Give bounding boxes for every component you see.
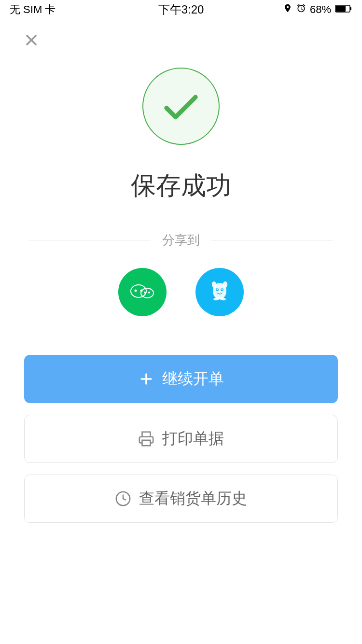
print-label: 打印单据	[162, 428, 224, 449]
continue-button[interactable]: 继续开单	[24, 355, 338, 403]
share-divider: 分享到	[0, 232, 362, 249]
no-sim-label: 无 SIM 卡	[10, 2, 56, 17]
divider-line-right	[211, 240, 333, 240]
qq-share-button[interactable]	[195, 268, 244, 316]
main-content: 保存成功 分享到	[0, 19, 362, 644]
svg-rect-1	[350, 7, 351, 10]
success-title: 保存成功	[131, 169, 231, 203]
history-label: 查看销货单历史	[139, 488, 247, 509]
status-bar: 无 SIM 卡 下午3:20 68%	[0, 0, 362, 19]
action-buttons: 继续开单 打印单据 查看销货单历史	[0, 355, 362, 523]
close-button[interactable]	[19, 28, 43, 52]
svg-point-9	[144, 292, 146, 294]
share-label: 分享到	[151, 232, 211, 249]
svg-point-5	[131, 285, 146, 297]
svg-point-7	[135, 290, 137, 292]
svg-rect-2	[336, 6, 346, 12]
divider-line-left	[29, 240, 151, 240]
continue-label: 继续开单	[162, 368, 224, 390]
success-icon-circle	[142, 68, 220, 145]
status-right: 68%	[283, 3, 352, 16]
status-time: 下午3:20	[158, 2, 204, 17]
svg-point-10	[148, 292, 150, 294]
svg-point-16	[222, 289, 223, 290]
wechat-share-button[interactable]	[118, 268, 167, 316]
location-icon	[283, 3, 292, 16]
print-button[interactable]: 打印单据	[24, 415, 338, 463]
battery-label: 68%	[310, 3, 331, 16]
alarm-icon	[296, 3, 306, 16]
svg-rect-23	[142, 440, 151, 446]
status-left: 无 SIM 卡	[10, 2, 59, 17]
share-icons	[118, 268, 244, 316]
battery-icon	[335, 3, 352, 16]
svg-point-15	[217, 289, 218, 290]
svg-point-6	[141, 288, 153, 298]
history-button[interactable]: 查看销货单历史	[24, 475, 338, 523]
svg-point-8	[140, 290, 143, 292]
